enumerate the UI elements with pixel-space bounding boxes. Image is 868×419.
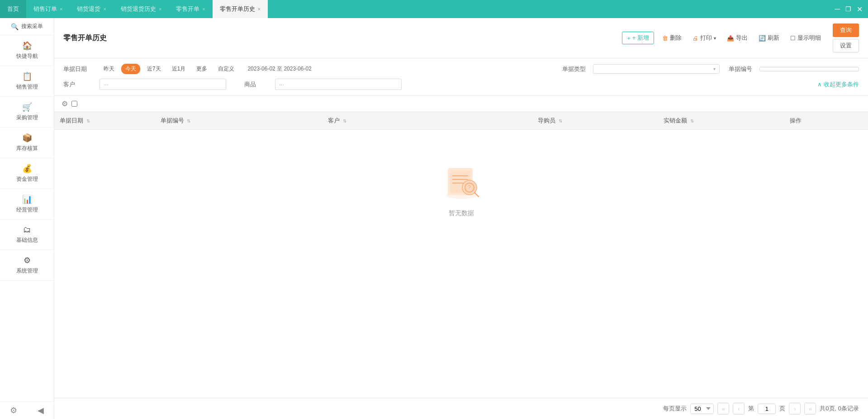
pagination-total: 共0页, 0条记录 — [820, 405, 859, 413]
sidebar-item-system[interactable]: ⚙ 系统管理 — [0, 250, 54, 281]
main-layout: 🔍 搜索采单 🏠 快捷导航 📋 销售管理 🛒 采购管理 📦 库存核算 💰 资金管… — [0, 18, 868, 419]
empty-text: 暂无数据 — [449, 209, 474, 217]
filter-row-date: 单据日期 昨天 今天 近7天 近1月 更多 自定义 2023-06-02 至 2… — [63, 64, 859, 74]
col-date-sort[interactable]: ⇅ — [86, 118, 90, 123]
date-btn-yesterday[interactable]: 昨天 — [100, 64, 119, 74]
minimize-icon[interactable]: ─ — [835, 5, 840, 13]
delete-button[interactable]: 🗑 删除 — [659, 32, 684, 44]
date-btn-today[interactable]: 今天 — [121, 64, 140, 74]
table-container: ⚙ 单据日期 ⇅ 单据编号 ⇅ — [54, 96, 868, 419]
prev-page-icon: ‹ — [738, 405, 740, 412]
sidebar-item-purchase[interactable]: 🛒 采购管理 — [0, 97, 54, 127]
content-area: 零售开单历史 + + 新增 🗑 删除 🖨 打印 ▾ 📤 导出 — [54, 18, 868, 419]
sidebar-search-label: 搜索采单 — [21, 23, 43, 30]
date-btn-1month[interactable]: 近1月 — [168, 64, 190, 74]
purchase-icon: 🛒 — [22, 102, 32, 112]
sidebar: 🔍 搜索采单 🏠 快捷导航 📋 销售管理 🛒 采购管理 📦 库存核算 💰 资金管… — [0, 18, 54, 419]
export-button[interactable]: 📤 导出 — [724, 32, 750, 44]
col-action-label: 操作 — [790, 117, 802, 124]
table-settings-icon[interactable]: ⚙ — [62, 99, 68, 108]
export-icon: 📤 — [727, 35, 734, 42]
col-customer[interactable]: 客户 ⇅ — [323, 112, 532, 130]
add-button[interactable]: + + 新增 — [622, 32, 654, 44]
tab-sales-order[interactable]: 销售订单 × — [26, 0, 70, 18]
print-icon: 🖨 — [693, 35, 698, 42]
select-all-checkbox[interactable] — [71, 101, 77, 107]
next-page-button[interactable]: › — [789, 403, 801, 414]
sidebar-item-inventory[interactable]: 📦 库存核算 — [0, 127, 54, 158]
col-customer-sort[interactable]: ⇅ — [343, 118, 346, 123]
settings-button[interactable]: 设置 — [833, 39, 859, 52]
tab-retail-order[interactable]: 零售开单 × — [169, 0, 212, 18]
refresh-button[interactable]: 🔄 刷新 — [756, 32, 782, 44]
col-number-sort[interactable]: ⇅ — [187, 118, 190, 123]
collapse-more-conditions[interactable]: ∧ 收起更多条件 — [817, 80, 859, 89]
tab-retail-order-history[interactable]: 零售开单历史 × — [213, 0, 268, 18]
last-page-button[interactable]: » — [804, 403, 816, 414]
page-number-input[interactable] — [758, 404, 776, 414]
filter-panel: 单据日期 昨天 今天 近7天 近1月 更多 自定义 2023-06-02 至 2… — [54, 58, 868, 96]
col-guide[interactable]: 导购员 ⇅ — [532, 112, 658, 130]
tab-home[interactable]: 首页 — [0, 0, 26, 18]
empty-state: ? 暂无数据 — [54, 130, 868, 245]
window-controls: ─ ❐ ✕ — [835, 5, 868, 14]
filter-number-group: 单据编号 — [729, 65, 859, 73]
col-amount[interactable]: 实销金额 ⇅ — [658, 112, 784, 130]
date-btn-custom[interactable]: 自定义 — [214, 64, 238, 74]
type-filter-select[interactable]: ▾ — [593, 64, 720, 74]
display-detail-label: 显示明细 — [797, 34, 821, 42]
sidebar-item-sales[interactable]: 📋 销售管理 — [0, 66, 54, 97]
filter-date-buttons: 昨天 今天 近7天 近1月 更多 自定义 — [100, 64, 238, 74]
sidebar-item-basic-info[interactable]: 🗂 基础信息 — [0, 220, 54, 250]
page-size-select[interactable]: 50 10 20 100 — [690, 404, 714, 414]
system-icon: ⚙ — [24, 255, 31, 265]
sidebar-search[interactable]: 🔍 搜索采单 — [0, 18, 54, 35]
type-select-arrow: ▾ — [713, 66, 716, 71]
col-date[interactable]: 单据日期 ⇅ — [54, 112, 155, 130]
col-amount-sort[interactable]: ⇅ — [690, 118, 694, 123]
customer-filter-label: 客户 — [63, 80, 90, 89]
sidebar-item-nav[interactable]: 🏠 快捷导航 — [0, 35, 54, 66]
date-btn-7days[interactable]: 近7天 — [143, 64, 165, 74]
col-guide-sort[interactable]: ⇅ — [559, 118, 562, 123]
query-button[interactable]: 查询 — [833, 24, 859, 37]
table-wrapper: 单据日期 ⇅ 单据编号 ⇅ 客户 ⇅ — [54, 112, 868, 398]
sidebar-item-business[interactable]: 📊 经营管理 — [0, 189, 54, 220]
display-detail-button[interactable]: ☐ 显示明细 — [787, 32, 824, 44]
sidebar-nav-label: 快捷导航 — [16, 52, 38, 60]
next-page-icon: › — [794, 405, 796, 412]
tab-close-icon[interactable]: × — [60, 6, 62, 12]
tab-close-icon[interactable]: × — [202, 6, 205, 12]
col-date-label: 单据日期 — [60, 117, 83, 124]
home-icon: 🏠 — [22, 41, 32, 51]
settings-bottom-icon[interactable]: ⚙ — [10, 405, 17, 415]
col-action: 操作 — [784, 112, 868, 130]
number-filter-label: 单据编号 — [729, 65, 756, 73]
number-filter-input[interactable] — [759, 67, 859, 71]
search-icon: 🔍 — [11, 23, 19, 30]
prev-page-button[interactable]: ‹ — [733, 403, 745, 414]
goods-filter-select[interactable]: ··· — [275, 79, 402, 90]
print-button[interactable]: 🖨 打印 ▾ — [690, 32, 719, 44]
tab-sales-return-history[interactable]: 销货退货历史 × — [114, 0, 169, 18]
tab-close-icon[interactable]: × — [103, 6, 106, 12]
customer-filter-select[interactable]: ··· — [100, 79, 226, 90]
date-btn-more[interactable]: 更多 — [192, 64, 211, 74]
col-number[interactable]: 单据编号 ⇅ — [155, 112, 323, 130]
sidebar-item-finance[interactable]: 💰 资金管理 — [0, 158, 54, 189]
print-arrow-icon: ▾ — [714, 36, 716, 41]
sidebar-basic-label: 基础信息 — [16, 236, 38, 244]
svg-text:?: ? — [468, 184, 471, 191]
tab-close-icon[interactable]: × — [159, 6, 161, 12]
close-icon[interactable]: ✕ — [857, 5, 863, 14]
first-page-button[interactable]: « — [717, 403, 729, 414]
collapse-sidebar-icon[interactable]: ◀ — [38, 405, 44, 415]
table-header-row: 单据日期 ⇅ 单据编号 ⇅ 客户 ⇅ — [54, 112, 868, 130]
tab-close-icon[interactable]: × — [258, 6, 261, 12]
restore-icon[interactable]: ❐ — [845, 5, 851, 13]
sales-icon: 📋 — [22, 71, 32, 81]
col-customer-label: 客户 — [328, 117, 340, 124]
sidebar-sales-label: 销售管理 — [16, 83, 38, 91]
last-page-icon: » — [809, 405, 812, 412]
tab-sales-return[interactable]: 销货退货 × — [70, 0, 113, 18]
